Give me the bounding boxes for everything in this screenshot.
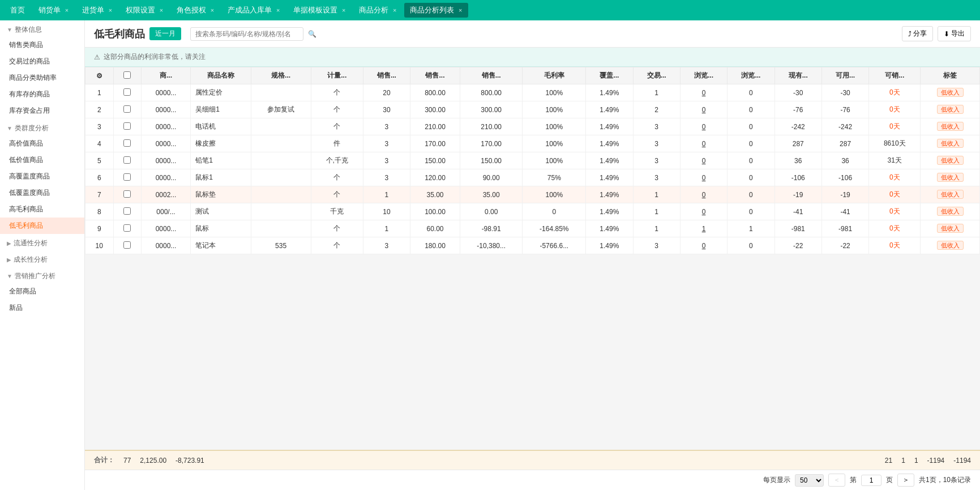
- nav-purchase[interactable]: 进货单 ×: [76, 3, 118, 18]
- sidebar-item-stock-capital[interactable]: 库存资金占用: [0, 103, 84, 119]
- nav-productin-close[interactable]: ×: [276, 7, 280, 14]
- nav-role-auth[interactable]: 角色授权 ×: [171, 3, 220, 18]
- col-browse1[interactable]: 浏览...: [680, 67, 727, 84]
- time-filter-button[interactable]: 近一月: [149, 27, 181, 40]
- col-coverage[interactable]: 覆盖...: [586, 67, 633, 84]
- share-button[interactable]: ⤴ 分享: [902, 26, 933, 41]
- col-checkbox[interactable]: [113, 67, 141, 84]
- row-name[interactable]: 吴细细1: [191, 101, 251, 118]
- row-name[interactable]: 橡皮擦: [191, 135, 251, 152]
- row-select-checkbox[interactable]: [123, 224, 131, 232]
- sidebar-group-marketing[interactable]: ▼ 营销推广分析: [0, 267, 84, 283]
- row-checkbox[interactable]: [113, 118, 141, 135]
- row-tag[interactable]: 低收入: [921, 118, 980, 135]
- row-browse1[interactable]: 0: [680, 118, 727, 135]
- row-select-checkbox[interactable]: [123, 122, 131, 130]
- page-number-input[interactable]: [861, 475, 881, 486]
- sidebar-group-overall[interactable]: ▼ 整体信息: [0, 20, 84, 37]
- sidebar-item-low-margin[interactable]: 低毛利商品: [0, 218, 84, 234]
- row-browse1[interactable]: 0: [680, 84, 727, 101]
- sidebar-item-low-value[interactable]: 低价值商品: [0, 152, 84, 168]
- nav-goodslist-close[interactable]: ×: [459, 7, 462, 14]
- data-table-wrapper[interactable]: ⚙ 商... 商品名称 规格... 计量... 销售... 销售... 销售..…: [85, 67, 980, 450]
- sidebar-item-high-margin[interactable]: 高毛利商品: [0, 201, 84, 218]
- nav-goodsanalysis-close[interactable]: ×: [393, 7, 396, 14]
- settings-icon[interactable]: ⚙: [96, 72, 102, 80]
- export-button[interactable]: ⬇ 导出: [938, 26, 971, 41]
- row-name[interactable]: 测试: [191, 203, 251, 220]
- col-name[interactable]: 商品名称: [191, 67, 251, 84]
- row-select-checkbox[interactable]: [123, 173, 131, 181]
- row-browse1[interactable]: 1: [680, 220, 727, 237]
- row-checkbox[interactable]: [113, 84, 141, 101]
- row-tag[interactable]: 低收入: [921, 84, 980, 101]
- nav-product-in[interactable]: 产成品入库单 ×: [222, 3, 285, 18]
- nav-purchase-close[interactable]: ×: [109, 7, 112, 14]
- sidebar-group-growth[interactable]: ▶ 成长性分析: [0, 250, 84, 267]
- sidebar-item-sales-goods[interactable]: 销售类商品: [0, 37, 84, 53]
- row-name[interactable]: 鼠标1: [191, 169, 251, 186]
- row-checkbox[interactable]: [113, 203, 141, 220]
- col-gross-rate[interactable]: 毛利率: [523, 67, 586, 84]
- row-browse1[interactable]: 0: [680, 186, 727, 203]
- row-tag[interactable]: 低收入: [921, 186, 980, 203]
- nav-template-close[interactable]: ×: [342, 7, 345, 14]
- col-sale-qty[interactable]: 销售...: [363, 67, 410, 84]
- sidebar-item-all-goods[interactable]: 全部商品: [0, 283, 84, 300]
- row-select-checkbox[interactable]: [123, 88, 131, 96]
- nav-home[interactable]: 首页: [5, 3, 31, 18]
- sidebar-item-traded-goods[interactable]: 交易过的商品: [0, 53, 84, 70]
- row-name[interactable]: 铅笔1: [191, 152, 251, 169]
- row-select-checkbox[interactable]: [123, 241, 131, 249]
- col-current-stock[interactable]: 现有...: [774, 67, 821, 84]
- row-tag[interactable]: 低收入: [921, 152, 980, 169]
- row-browse1[interactable]: 0: [680, 237, 727, 254]
- row-select-checkbox[interactable]: [123, 156, 131, 164]
- row-browse1[interactable]: 0: [680, 135, 727, 152]
- row-checkbox[interactable]: [113, 169, 141, 186]
- row-browse1[interactable]: 0: [680, 101, 727, 118]
- nav-template[interactable]: 单据模板设置 ×: [288, 3, 351, 18]
- sidebar-item-stocked-goods[interactable]: 有库存的商品: [0, 86, 84, 103]
- sidebar-group-cluster[interactable]: ▼ 类群度分析: [0, 119, 84, 135]
- nav-permission-close[interactable]: ×: [160, 7, 163, 14]
- row-name[interactable]: 笔记本: [191, 237, 251, 254]
- row-name[interactable]: 鼠标垫: [191, 186, 251, 203]
- row-tag[interactable]: 低收入: [921, 135, 980, 152]
- sidebar-group-circulation[interactable]: ▶ 流通性分析: [0, 234, 84, 250]
- row-select-checkbox[interactable]: [123, 139, 131, 147]
- nav-sales[interactable]: 销货单 ×: [33, 3, 74, 18]
- row-tag[interactable]: 低收入: [921, 220, 980, 237]
- row-name[interactable]: 属性定价: [191, 84, 251, 101]
- nav-permission[interactable]: 权限设置 ×: [120, 3, 169, 18]
- sidebar-item-low-coverage[interactable]: 低覆盖度商品: [0, 185, 84, 201]
- col-sale-price[interactable]: 销售...: [410, 67, 460, 84]
- col-settings[interactable]: ⚙: [85, 67, 114, 84]
- select-all-checkbox[interactable]: [123, 71, 131, 79]
- row-name[interactable]: 电话机: [191, 118, 251, 135]
- prev-page-button[interactable]: ＜: [828, 474, 845, 487]
- sidebar-item-category-rate[interactable]: 商品分类助销率: [0, 70, 84, 86]
- col-code[interactable]: 商...: [141, 67, 191, 84]
- col-spec[interactable]: 规格...: [251, 67, 311, 84]
- nav-role-close[interactable]: ×: [211, 7, 214, 14]
- col-sale-profit[interactable]: 销售...: [460, 67, 523, 84]
- col-unit[interactable]: 计量...: [311, 67, 363, 84]
- row-tag[interactable]: 低收入: [921, 101, 980, 118]
- sidebar-item-high-coverage[interactable]: 高覆盖度商品: [0, 168, 84, 185]
- col-browse2[interactable]: 浏览...: [727, 67, 774, 84]
- row-checkbox[interactable]: [113, 135, 141, 152]
- col-available[interactable]: 可用...: [821, 67, 868, 84]
- sidebar-item-high-value[interactable]: 高价值商品: [0, 135, 84, 152]
- col-sellable[interactable]: 可销...: [869, 67, 921, 84]
- next-page-button[interactable]: ＞: [897, 474, 914, 487]
- row-browse1[interactable]: 0: [680, 169, 727, 186]
- row-browse1[interactable]: 0: [680, 203, 727, 220]
- col-transaction[interactable]: 交易...: [633, 67, 680, 84]
- row-browse1[interactable]: 0: [680, 152, 727, 169]
- row-checkbox[interactable]: [113, 152, 141, 169]
- row-checkbox[interactable]: [113, 237, 141, 254]
- search-input[interactable]: [190, 27, 303, 41]
- row-tag[interactable]: 低收入: [921, 203, 980, 220]
- row-name[interactable]: 鼠标: [191, 220, 251, 237]
